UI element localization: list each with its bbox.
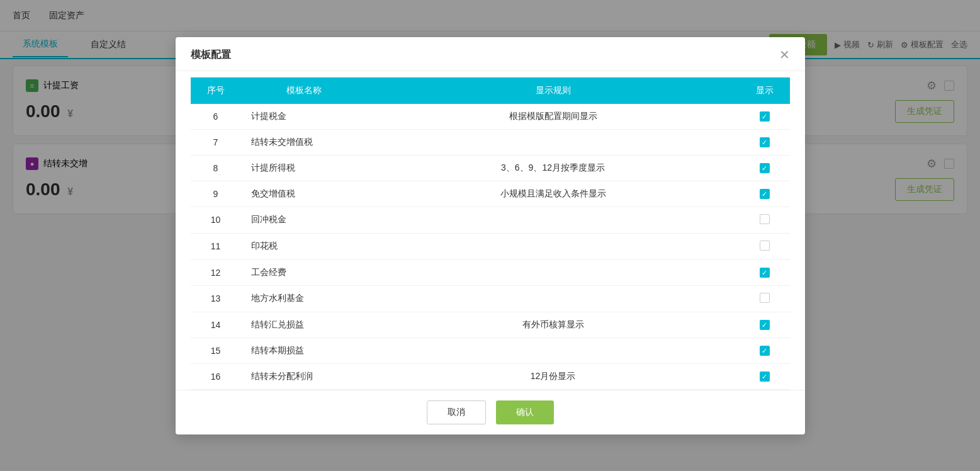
table-row: 7结转未交增值税✓ xyxy=(191,129,790,155)
cell-name: 免交增值税 xyxy=(241,181,367,207)
cell-name: 地方水利基金 xyxy=(241,285,367,312)
checkbox-8[interactable]: ✓ xyxy=(760,163,770,173)
cell-index: 16 xyxy=(191,363,241,389)
modal-close-button[interactable]: ✕ xyxy=(779,48,790,61)
cell-index: 7 xyxy=(191,129,241,155)
cell-index: 9 xyxy=(191,181,241,207)
cell-rule: 3、6、9、12月按季度显示 xyxy=(367,155,740,181)
cell-index: 13 xyxy=(191,285,241,312)
cell-index: 6 xyxy=(191,104,241,130)
table-row: 10回冲税金 xyxy=(191,207,790,233)
cell-rule xyxy=(367,259,740,285)
cell-name: 结转本期损益 xyxy=(241,338,367,363)
checkbox-10[interactable] xyxy=(760,214,770,224)
cell-name: 印花税 xyxy=(241,233,367,259)
cell-index: 11 xyxy=(191,233,241,259)
cell-name: 结转未交增值税 xyxy=(241,129,367,155)
cell-index: 10 xyxy=(191,207,241,233)
cell-index: 12 xyxy=(191,259,241,285)
table-row: 15结转本期损益✓ xyxy=(191,338,790,363)
modal-overlay: 模板配置 ✕ 序号 模板名称 显示规则 显示 6计提税金根据模版配置期间显示✓7… xyxy=(0,0,980,471)
cell-name: 计提所得税 xyxy=(241,155,367,181)
checkbox-15[interactable]: ✓ xyxy=(760,346,770,356)
cell-rule: 小规模且满足收入条件显示 xyxy=(367,181,740,207)
cell-name: 计提税金 xyxy=(241,104,367,130)
cell-rule xyxy=(367,285,740,312)
cell-display[interactable]: ✓ xyxy=(740,155,790,181)
cell-index: 15 xyxy=(191,338,241,363)
config-table: 序号 模板名称 显示规则 显示 6计提税金根据模版配置期间显示✓7结转未交增值税… xyxy=(191,77,790,390)
checkbox-9[interactable]: ✓ xyxy=(760,189,770,199)
cell-rule xyxy=(367,338,740,363)
cell-rule: 根据模版配置期间显示 xyxy=(367,104,740,130)
checkbox-7[interactable]: ✓ xyxy=(760,137,770,147)
cell-rule xyxy=(367,233,740,259)
checkbox-6[interactable]: ✓ xyxy=(760,111,770,122)
cell-display[interactable]: ✓ xyxy=(740,129,790,155)
table-row: 8计提所得税3、6、9、12月按季度显示✓ xyxy=(191,155,790,181)
cancel-button[interactable]: 取消 xyxy=(427,400,486,424)
table-row: 13地方水利基金 xyxy=(191,285,790,312)
cell-display[interactable]: ✓ xyxy=(740,363,790,389)
checkbox-13[interactable] xyxy=(760,293,770,303)
col-header-index: 序号 xyxy=(191,77,241,104)
table-row: 14结转汇兑损益有外币核算显示✓ xyxy=(191,312,790,338)
cell-rule: 12月份显示 xyxy=(367,363,740,389)
cell-name: 回冲税金 xyxy=(241,207,367,233)
confirm-button[interactable]: 确认 xyxy=(496,400,554,424)
template-config-modal: 模板配置 ✕ 序号 模板名称 显示规则 显示 6计提税金根据模版配置期间显示✓7… xyxy=(176,37,805,434)
cell-display[interactable]: ✓ xyxy=(740,259,790,285)
col-header-rule: 显示规则 xyxy=(367,77,740,104)
cell-rule: 有外币核算显示 xyxy=(367,312,740,338)
cell-display[interactable] xyxy=(740,207,790,233)
col-header-name: 模板名称 xyxy=(241,77,367,104)
modal-title: 模板配置 xyxy=(191,48,231,62)
cell-display[interactable]: ✓ xyxy=(740,181,790,207)
cell-name: 结转未分配利润 xyxy=(241,363,367,389)
cell-display[interactable]: ✓ xyxy=(740,104,790,130)
checkbox-12[interactable]: ✓ xyxy=(760,268,770,278)
cell-rule xyxy=(367,207,740,233)
table-row: 6计提税金根据模版配置期间显示✓ xyxy=(191,104,790,130)
modal-footer: 取消 确认 xyxy=(176,390,805,434)
checkbox-14[interactable]: ✓ xyxy=(760,320,770,330)
cell-display[interactable] xyxy=(740,233,790,259)
cell-display[interactable]: ✓ xyxy=(740,312,790,338)
cell-name: 结转汇兑损益 xyxy=(241,312,367,338)
table-row: 12工会经费✓ xyxy=(191,259,790,285)
checkbox-16[interactable]: ✓ xyxy=(760,372,770,382)
table-row: 11印花税 xyxy=(191,233,790,259)
cell-display[interactable]: ✓ xyxy=(740,338,790,363)
modal-header: 模板配置 ✕ xyxy=(176,37,805,71)
cell-index: 8 xyxy=(191,155,241,181)
cell-display[interactable] xyxy=(740,285,790,312)
table-row: 9免交增值税小规模且满足收入条件显示✓ xyxy=(191,181,790,207)
checkbox-11[interactable] xyxy=(760,241,770,251)
cell-rule xyxy=(367,129,740,155)
table-row: 16结转未分配利润12月份显示✓ xyxy=(191,363,790,389)
col-header-display: 显示 xyxy=(740,77,790,104)
modal-body: 序号 模板名称 显示规则 显示 6计提税金根据模版配置期间显示✓7结转未交增值税… xyxy=(176,71,805,390)
cell-index: 14 xyxy=(191,312,241,338)
cell-name: 工会经费 xyxy=(241,259,367,285)
